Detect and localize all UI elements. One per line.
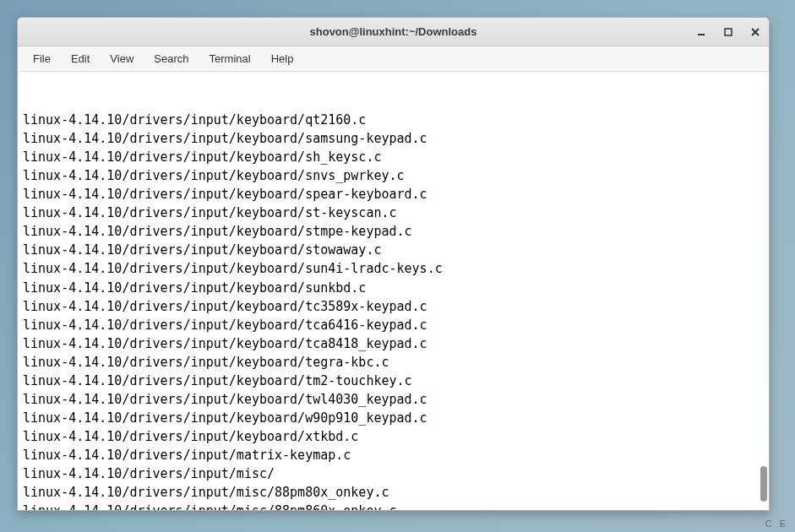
terminal-line: linux-4.14.10/drivers/input/misc/ [23,464,764,483]
svg-rect-1 [725,29,732,35]
close-button[interactable] [747,24,764,41]
terminal-line: linux-4.14.10/drivers/input/keyboard/sto… [23,241,764,259]
terminal-line: linux-4.14.10/drivers/input/keyboard/sh_… [23,148,764,166]
terminal-line: linux-4.14.10/drivers/input/keyboard/sun… [23,279,764,297]
terminal-line: linux-4.14.10/drivers/input/keyboard/spe… [23,185,764,204]
terminal-line: linux-4.14.10/drivers/input/keyboard/stm… [23,222,764,241]
maximize-button[interactable] [720,24,737,41]
titlebar[interactable]: shovon@linuxhint:~/Downloads [18,18,769,46]
maximize-icon [724,28,732,36]
menu-help[interactable]: Help [261,49,304,68]
terminal-line: linux-4.14.10/drivers/input/keyboard/tca… [23,334,764,353]
terminal-line: linux-4.14.10/drivers/input/keyboard/xtk… [23,427,764,446]
terminal-line: linux-4.14.10/drivers/input/keyboard/tca… [23,316,764,334]
terminal-line: linux-4.14.10/drivers/input/misc/88pm80x… [23,483,764,502]
scrollbar-thumb[interactable] [760,466,767,502]
menubar: File Edit View Search Terminal Help [18,46,769,72]
terminal-line: linux-4.14.10/drivers/input/misc/88pm860… [23,502,764,510]
scrollbar[interactable] [760,72,767,508]
terminal-line: linux-4.14.10/drivers/input/keyboard/w90… [23,409,764,427]
desktop-indicator: C E [765,518,788,529]
terminal-line: linux-4.14.10/drivers/input/keyboard/qt2… [23,111,764,129]
terminal-line: linux-4.14.10/drivers/input/matrix-keyma… [23,446,764,464]
window-controls [693,24,764,41]
close-icon [751,28,760,36]
menu-edit[interactable]: Edit [61,49,100,68]
minimize-button[interactable] [693,24,710,41]
terminal-line: linux-4.14.10/drivers/input/keyboard/twl… [23,390,764,409]
menu-search[interactable]: Search [144,49,199,68]
terminal-line: linux-4.14.10/drivers/input/keyboard/sam… [23,129,764,148]
terminal-line: linux-4.14.10/drivers/input/keyboard/sun… [23,259,764,278]
menu-view[interactable]: View [100,49,144,68]
window-title: shovon@linuxhint:~/Downloads [310,25,477,38]
minimize-icon [697,28,705,36]
terminal-window: shovon@linuxhint:~/Downloads File Edit V… [17,17,770,511]
terminal-line: linux-4.14.10/drivers/input/keyboard/tc3… [23,297,764,316]
terminal-line: linux-4.14.10/drivers/input/keyboard/st-… [23,204,764,222]
terminal-line: linux-4.14.10/drivers/input/keyboard/teg… [23,353,764,372]
menu-terminal[interactable]: Terminal [199,49,261,68]
terminal-content[interactable]: linux-4.14.10/drivers/input/keyboard/qt2… [18,72,769,510]
terminal-line: linux-4.14.10/drivers/input/keyboard/snv… [23,166,764,185]
menu-file[interactable]: File [23,49,61,68]
terminal-line: linux-4.14.10/drivers/input/keyboard/tm2… [23,372,764,390]
